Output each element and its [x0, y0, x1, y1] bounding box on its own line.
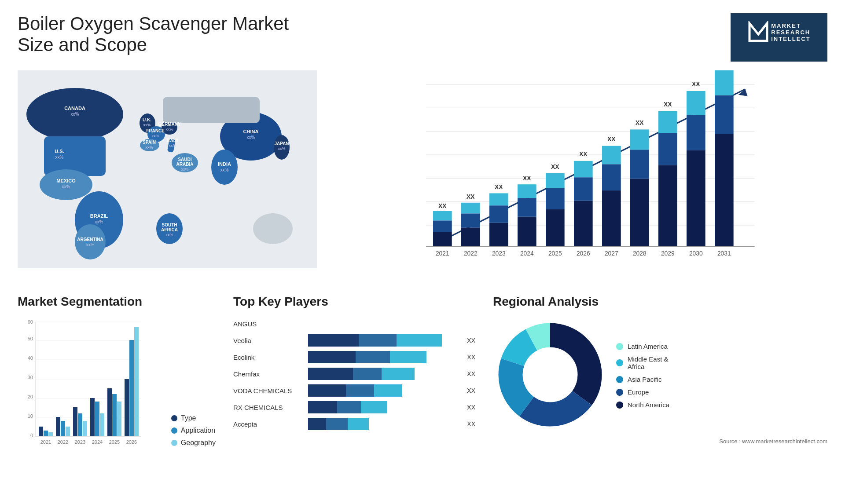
- legend-geography: Geography: [171, 439, 216, 447]
- key-players-title: Top Key Players: [233, 295, 475, 309]
- val-canada: xx%: [71, 112, 79, 117]
- reg-label-europe: Europe: [628, 388, 649, 396]
- year-2030: 2030: [689, 250, 703, 257]
- player-row-veolia: Veolia XX: [233, 334, 475, 347]
- val-us: xx%: [55, 155, 64, 160]
- svg-rect-76: [73, 407, 77, 436]
- legend-application: Application: [171, 427, 216, 435]
- svg-rect-41: [546, 209, 565, 246]
- year-2026: 2026: [577, 250, 590, 257]
- player-row-chemfax: Chemfax XX: [233, 368, 475, 380]
- reg-dot-mea: [616, 359, 623, 366]
- year-2022: 2022: [464, 250, 478, 257]
- logo-icon: [747, 21, 769, 43]
- player-bar-veolia: [308, 334, 460, 347]
- bar-chart-svg: XX XX XX XX: [334, 70, 827, 281]
- svg-rect-78: [83, 421, 87, 436]
- svg-rect-38: [518, 217, 536, 246]
- player-row-rx: RX CHEMICALS XX: [233, 401, 475, 413]
- svg-rect-74: [61, 421, 65, 436]
- seg-year-2022: 2022: [58, 439, 68, 445]
- regional-container: Latin America Middle East &Africa Asia P…: [493, 318, 827, 434]
- world-map-container: CANADA xx% U.S. xx% MEXICO xx% BRAZIL xx…: [18, 70, 317, 268]
- logo: MARKET RESEARCH INTELLECT: [731, 13, 827, 62]
- svg-rect-52: [630, 129, 649, 150]
- svg-rect-58: [687, 91, 705, 115]
- ylabel-10: 10: [28, 413, 33, 419]
- svg-rect-85: [125, 379, 129, 436]
- player-bar-voda: [308, 384, 460, 397]
- svg-rect-44: [574, 201, 593, 246]
- player-val-chemfax: XX: [467, 370, 475, 377]
- svg-rect-53: [658, 165, 677, 246]
- reg-legend-na: North America: [616, 401, 669, 409]
- logo-line2: RESEARCH: [771, 29, 811, 36]
- player-bar-chemfax: [308, 368, 460, 380]
- svg-point-93: [523, 347, 577, 402]
- player-val-accepta: XX: [467, 420, 475, 427]
- svg-rect-32: [461, 227, 480, 246]
- label-southafrica2: AFRICA: [161, 227, 178, 232]
- svg-rect-49: [602, 146, 621, 164]
- legend-geography-label: Geography: [181, 439, 216, 447]
- player-row-ecolink: Ecolink XX: [233, 351, 475, 363]
- svg-point-15: [211, 150, 238, 185]
- bar-label-2023: XX: [495, 183, 503, 190]
- svg-rect-73: [56, 417, 60, 436]
- bar-label-2028: XX: [636, 119, 644, 126]
- year-2023: 2023: [492, 250, 506, 257]
- legend-type: Type: [171, 414, 216, 422]
- svg-point-6: [75, 224, 106, 259]
- val-india: xx%: [220, 168, 229, 172]
- svg-rect-81: [100, 413, 104, 436]
- seg-year-2021: 2021: [40, 439, 51, 445]
- year-2021: 2021: [436, 250, 449, 257]
- val-china: xx%: [247, 135, 255, 140]
- label-italy: ITALY: [166, 138, 179, 143]
- year-2029: 2029: [661, 250, 675, 257]
- reg-legend-mea: Middle East &Africa: [616, 355, 669, 370]
- ylabel-50: 50: [28, 336, 33, 341]
- label-canada: CANADA: [64, 106, 85, 111]
- reg-legend-latin: Latin America: [616, 343, 669, 350]
- logo-line3: INTELLECT: [771, 36, 811, 42]
- svg-rect-61: [715, 70, 734, 95]
- reg-label-latin: Latin America: [628, 343, 668, 350]
- svg-rect-18: [163, 97, 260, 123]
- player-val-voda: XX: [467, 387, 475, 394]
- legend-application-label: Application: [181, 427, 215, 435]
- svg-rect-29: [433, 232, 452, 246]
- segmentation-title: Market Segmentation: [18, 295, 216, 309]
- reg-dot-apac: [616, 376, 623, 383]
- donut-chart: [493, 318, 607, 434]
- val-argentina: xx%: [86, 242, 95, 247]
- svg-rect-47: [602, 190, 621, 246]
- reg-legend-europe: Europe: [616, 388, 669, 396]
- year-2025: 2025: [548, 250, 562, 257]
- reg-dot-na: [616, 402, 623, 409]
- reg-label-na: North America: [628, 401, 669, 409]
- label-saudi2: ARABIA: [176, 162, 194, 167]
- svg-rect-84: [117, 402, 121, 436]
- svg-rect-48: [602, 164, 621, 190]
- player-val-ecolink: XX: [467, 354, 475, 361]
- player-row-accepta: Accepta XX: [233, 418, 475, 430]
- svg-rect-51: [630, 150, 649, 179]
- svg-rect-82: [107, 388, 112, 436]
- donut-svg: [493, 318, 607, 432]
- label-india: INDIA: [218, 161, 231, 167]
- player-bar-container-angus: [308, 318, 475, 330]
- label-saudi: SAUDI: [178, 157, 191, 162]
- player-bar-rx: [308, 401, 460, 413]
- legend-type-label: Type: [181, 414, 196, 422]
- ylabel-30: 30: [28, 375, 33, 380]
- val-southafrica: xx%: [165, 233, 173, 237]
- svg-rect-35: [489, 223, 508, 246]
- top-section: CANADA xx% U.S. xx% MEXICO xx% BRAZIL xx…: [18, 70, 827, 281]
- svg-rect-83: [112, 394, 117, 436]
- seg-chart-container: 0 10 20 30 40 50 60: [18, 318, 216, 460]
- player-name-rx: RX CHEMICALS: [233, 404, 304, 411]
- ylabel-0: 0: [30, 433, 33, 438]
- label-france: FRANCE: [146, 128, 165, 133]
- reg-label-mea: Middle East &Africa: [628, 355, 669, 370]
